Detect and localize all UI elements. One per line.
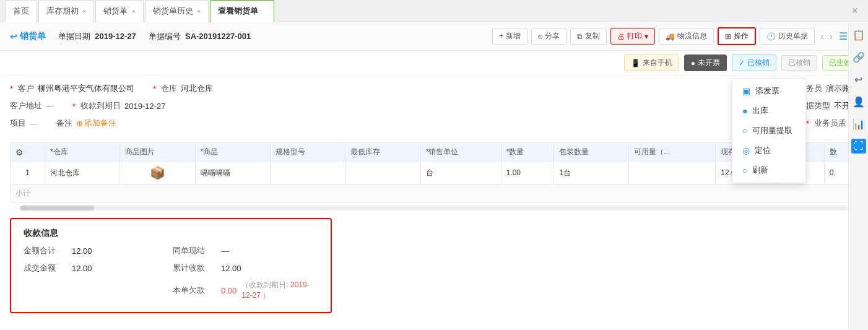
tab-inventory-close[interactable]: × xyxy=(82,7,86,15)
tab-inventory-init[interactable]: 库存期初 × xyxy=(38,0,94,22)
print-button[interactable]: 🖨 打印 ▾ xyxy=(610,28,655,45)
customer-required: * xyxy=(10,84,13,93)
refresh-icon: ○ xyxy=(742,165,747,175)
nav-arrows: ‹ › xyxy=(818,30,835,43)
cell-unit: 台 xyxy=(420,162,501,185)
next-arrow[interactable]: › xyxy=(827,30,835,43)
tab-home-label: 首页 xyxy=(13,6,29,17)
history-button[interactable]: 🕐 历史单据 xyxy=(760,28,815,45)
tab-sales-history-label: 销货单历史 xyxy=(153,6,193,17)
unchecked-icon: ● xyxy=(691,59,695,67)
summary-title: 收款信息 xyxy=(24,228,318,239)
tab-view-sales-close[interactable]: × xyxy=(262,7,266,15)
tab-sales-order-close[interactable]: × xyxy=(131,7,135,15)
payment-date-required: * xyxy=(72,102,76,111)
sidebar-fullscreen-icon[interactable]: ⛶ xyxy=(851,139,866,154)
customer-field: * 客户 柳州粤港平安气体有限公司 xyxy=(10,83,134,94)
dropdown-add-invoice[interactable]: ▣ 添发票 xyxy=(732,81,805,101)
address-value: — xyxy=(46,102,54,111)
share-button[interactable]: ⎋ 分享 xyxy=(531,28,566,45)
cumulative-row: 累计收款 12.00 xyxy=(173,263,318,274)
right-sidebar: 📋 🔗 ↩ 👤 📊 ⛶ xyxy=(848,22,868,330)
new-button[interactable]: + 新增 xyxy=(492,28,527,45)
sold-badge[interactable]: 已核销 xyxy=(781,55,817,71)
tab-home[interactable]: 首页 xyxy=(5,0,37,22)
sidebar-chart-icon[interactable]: 📊 xyxy=(851,116,866,131)
doc-header: ↩ 销货单 单据日期 2019-12-27 单据编号 SA-20191227-0… xyxy=(0,22,868,51)
cell-product: 嗝嗝嗝嗝 xyxy=(195,162,270,185)
th-min-stock: 最低库存 xyxy=(345,143,420,162)
scroll-thumb[interactable] xyxy=(20,206,94,211)
total-value: 12.00 xyxy=(72,246,92,256)
doc-date-value: 2019-12-27 xyxy=(95,32,136,41)
dropdown-locate[interactable]: ◎ 定位 xyxy=(732,141,805,160)
sidebar-user-icon[interactable]: 👤 xyxy=(851,94,866,109)
arrears-value: 0.00 xyxy=(221,286,237,295)
logistics-button[interactable]: 🚚 物流信息 xyxy=(659,28,714,45)
from-phone-button[interactable]: 📱 来自手机 xyxy=(624,54,679,71)
warehouse-value[interactable]: 河北仓库 xyxy=(181,83,213,94)
th-available: 可用量（... xyxy=(629,143,716,162)
project-field: 项目 — xyxy=(10,118,38,129)
copy-icon: ⧉ xyxy=(577,32,583,41)
confirm-label: 已核销 xyxy=(747,58,770,68)
unchecked-label: 未开票 xyxy=(698,58,720,68)
payment-date-value[interactable]: 2019-12-27 xyxy=(124,102,166,111)
confirm-button[interactable]: ✓ 已核销 xyxy=(732,54,776,71)
prev-arrow[interactable]: ‹ xyxy=(818,30,827,43)
warehouse-field: * 仓库 河北仓库 xyxy=(153,83,213,94)
summary-box: 收款信息 金额合计 12.00 同单现结 — 成交金额 12.00 累计收款 1… xyxy=(10,218,332,313)
th-gear[interactable]: ⚙ xyxy=(11,143,45,162)
settlement-label: 同单现结 xyxy=(173,245,216,256)
customer-value[interactable]: 柳州粤港平安气体有限公司 xyxy=(38,83,134,94)
note-label: 备注 xyxy=(56,118,72,129)
th-quantity: *数量 xyxy=(501,143,553,162)
form-row-3: 项目 — 备注 ⊕ 添加备注 * 业务员孟 — xyxy=(10,118,858,129)
subtotal-label: 小计 xyxy=(11,185,858,203)
history-button-label: 历史单据 xyxy=(778,31,808,41)
tab-bar: 首页 库存期初 × 销货单 × 销货单历史 × 查看销货单 × × xyxy=(0,0,868,22)
new-button-label: + 新增 xyxy=(499,31,520,41)
subtotal-row: 小计 xyxy=(11,185,858,203)
dropdown-outbound[interactable]: ● 出库 xyxy=(732,101,805,121)
form-row-1: * 客户 柳州粤港平安气体有限公司 * 仓库 河北仓库 业务员 演示账号 xyxy=(10,83,858,94)
sidebar-link-icon[interactable]: 🔗 xyxy=(851,50,866,64)
unchecked-button[interactable]: ● 未开票 xyxy=(684,54,727,71)
list-view-icon[interactable]: ☰ xyxy=(839,30,848,42)
tab-view-sales[interactable]: 查看销货单 × xyxy=(210,0,274,22)
dropdown-refresh[interactable]: ○ 刷新 xyxy=(732,160,805,180)
tab-sales-history[interactable]: 销货单历史 × xyxy=(145,0,209,22)
doc-number-label: 单据编号 SA-20191227-001 xyxy=(149,31,251,42)
payment-date-field: * 收款到期日 2019-12-27 xyxy=(72,100,166,111)
address-field: 客户地址 — xyxy=(10,100,54,111)
window-close-button[interactable]: × xyxy=(846,4,863,17)
refresh-label: 刷新 xyxy=(752,165,768,176)
address-label: 客户地址 xyxy=(10,100,42,111)
th-spec: 规格型号 xyxy=(270,143,345,162)
copy-button[interactable]: ⧉ 复制 xyxy=(570,28,607,45)
sidebar-return-icon[interactable]: ↩ xyxy=(851,72,866,87)
add-note-label: 添加备注 xyxy=(84,118,116,129)
total-label: 金额合计 xyxy=(24,245,67,256)
print-button-label: 打印 xyxy=(627,31,642,41)
total-row: 金额合计 12.00 xyxy=(24,245,169,256)
tab-sales-order[interactable]: 销货单 × xyxy=(95,0,143,22)
outbound-label: 出库 xyxy=(752,105,768,116)
doc-number-value: SA-20191227-001 xyxy=(185,32,251,41)
product-image-icon: 📦 xyxy=(150,166,165,180)
copy-button-label: 复制 xyxy=(585,31,600,41)
settlement-row: 同单现结 — xyxy=(173,245,318,256)
tab-sales-history-close[interactable]: × xyxy=(197,7,201,15)
add-note-button[interactable]: ⊕ 添加备注 xyxy=(76,118,116,129)
project-label: 项目 xyxy=(10,118,26,129)
table-scrollbar[interactable] xyxy=(20,206,848,211)
dropdown-available-qty[interactable]: ○ 可用量提取 xyxy=(732,121,805,141)
cumulative-label: 累计收款 xyxy=(173,263,216,274)
doc-actions: + 新增 ⎋ 分享 ⧉ 复制 🖨 打印 ▾ 🚚 物流信息 xyxy=(492,27,858,45)
print-icon: 🖨 xyxy=(617,32,625,41)
product-table: ⚙ *仓库 商品图片 *商品 规格型号 最低库存 *销售单位 *数量 包装数量 … xyxy=(10,142,858,203)
operations-button[interactable]: ⊞ 操作 xyxy=(718,27,756,45)
logistics-button-label: 物流信息 xyxy=(677,31,707,41)
share-button-label: 分享 xyxy=(545,31,560,41)
sidebar-clipboard-icon[interactable]: 📋 xyxy=(851,27,866,42)
